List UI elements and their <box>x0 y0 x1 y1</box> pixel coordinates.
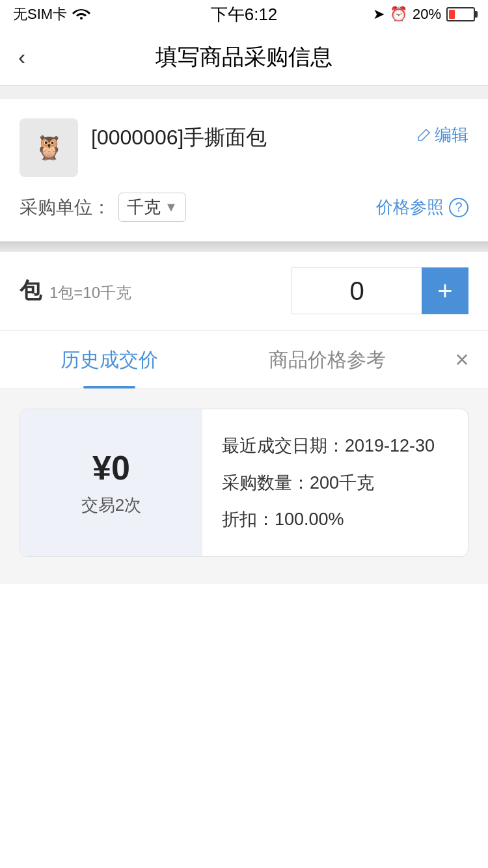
tab-product-price[interactable]: 商品价格参考 <box>218 331 436 388</box>
product-card: 🦉 [0000006]手撕面包 编辑 采购单位： 千克 ▼ 价格参照 <box>0 99 488 241</box>
edit-button[interactable]: 编辑 <box>416 124 468 146</box>
transaction-price: ¥0 <box>92 448 130 487</box>
transaction-count: 交易2次 <box>81 494 141 517</box>
bottom-space <box>0 584 488 868</box>
unit-label: 采购单位： <box>20 195 111 220</box>
quantity-row: 包 1包=10千克 0 + <box>0 252 488 330</box>
battery-icon <box>446 7 475 21</box>
tab-history-price[interactable]: 历史成交价 <box>0 331 218 388</box>
status-time: 下午6:12 <box>211 3 278 26</box>
transaction-price-panel: ¥0 交易2次 <box>20 409 202 556</box>
quantity-label: 包 1包=10千克 <box>20 276 131 306</box>
product-row2: 采购单位： 千克 ▼ 价格参照 ? <box>20 193 468 222</box>
help-icon: ? <box>449 198 468 217</box>
tab-close-button[interactable]: × <box>436 331 488 388</box>
location-icon: ➤ <box>373 6 385 23</box>
carrier-text: 无SIM卡 <box>13 5 67 24</box>
product-left: 🦉 [0000006]手撕面包 <box>20 118 267 177</box>
product-name: [0000006]手撕面包 <box>91 124 267 152</box>
page-title: 填写商品采购信息 <box>156 42 332 72</box>
quantity-control: 0 + <box>291 267 468 314</box>
status-right: ➤ ⏰ 20% <box>373 6 475 23</box>
transaction-card: ¥0 交易2次 最近成交日期：2019-12-30 采购数量：200千克 折扣：… <box>20 409 468 557</box>
unit-select[interactable]: 千克 ▼ <box>118 193 186 222</box>
transaction-date-row: 最近成交日期：2019-12-30 <box>222 433 448 459</box>
product-logo-icon: 🦉 <box>34 134 64 161</box>
transaction-discount-row: 折扣：100.00% <box>222 506 448 533</box>
product-header: 🦉 [0000006]手撕面包 编辑 <box>20 118 468 177</box>
section-divider <box>0 241 488 252</box>
back-button[interactable]: ‹ <box>18 44 25 70</box>
battery-percent: 20% <box>413 6 441 23</box>
status-left: 无SIM卡 <box>13 5 90 24</box>
transaction-qty-row: 采购数量：200千克 <box>222 470 448 496</box>
transaction-detail-panel: 最近成交日期：2019-12-30 采购数量：200千克 折扣：100.00% <box>202 409 468 556</box>
alarm-icon: ⏰ <box>390 6 407 23</box>
price-ref-button[interactable]: 价格参照 ? <box>376 196 468 219</box>
quantity-sub-label: 1包=10千克 <box>49 282 131 303</box>
quantity-plus-button[interactable]: + <box>422 267 468 314</box>
product-image: 🦉 <box>20 118 78 177</box>
product-info: [0000006]手撕面包 <box>91 118 267 152</box>
tab-bar: 历史成交价 商品价格参考 × <box>0 331 488 389</box>
wifi-icon <box>72 5 90 23</box>
content-area: ¥0 交易2次 最近成交日期：2019-12-30 采购数量：200千克 折扣：… <box>0 389 488 584</box>
tab-active-indicator <box>83 386 135 388</box>
quantity-input[interactable]: 0 <box>291 267 422 314</box>
status-bar: 无SIM卡 下午6:12 ➤ ⏰ 20% <box>0 0 488 29</box>
quantity-unit: 包 <box>20 276 42 306</box>
dropdown-icon: ▼ <box>165 200 178 215</box>
nav-bar: ‹ 填写商品采购信息 <box>0 29 488 86</box>
